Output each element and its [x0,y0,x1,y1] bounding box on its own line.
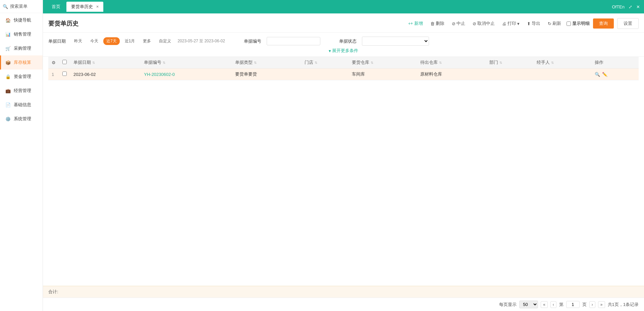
last-page-button[interactable]: » [598,301,605,308]
table-body: 1 2023-06-02 YH-20230602-0 要货单要货 车间库 原材料… [48,69,639,80]
sidebar-item-label: 销售管理 [14,31,31,37]
sort-icon-store[interactable]: ⇅ [315,61,317,64]
prev-page-button[interactable]: ‹ [550,301,556,308]
sort-icon-pending-warehouse[interactable]: ⇅ [439,61,442,64]
col-department: 部门⇅ [486,57,533,69]
tab-order-history[interactable]: 要货单历史 × [66,2,103,12]
close-window-icon[interactable]: ✕ [636,4,640,9]
doc-no-input[interactable] [267,37,320,45]
settings-button[interactable]: 设置 [617,18,639,29]
cell-num: 1 [48,69,59,80]
main-area: 首页 要货单历史 × OfTEn ⤢ ✕ 要货单历史 ＋ + 新增 🗑 删除 [43,0,644,311]
cell-doc-type: 要货单要货 [232,69,301,80]
date-btn-yesterday[interactable]: 昨天 [71,37,85,45]
cell-req-warehouse: 车间库 [348,69,417,80]
delete-icon: 🗑 [430,21,435,26]
delete-button[interactable]: 🗑 删除 [428,19,446,28]
date-btn-more[interactable]: 更多 [140,37,154,45]
cell-department [486,69,533,80]
sidebar: 🔍 搜索菜单 🏠 快捷导航 📊 销售管理 🛒 采购管理 📦 库存核算 🔒 资金管… [0,0,43,311]
sort-icon-doc-no[interactable]: ⇅ [163,61,165,64]
cart-icon: 🛒 [5,45,11,51]
doc-date-label: 单据日期 [48,38,66,44]
date-btn-today[interactable]: 今天 [87,37,101,45]
total-label: 合计: [48,289,58,294]
sidebar-item-label: 快捷导航 [14,17,31,23]
table-header-row: ⚙ 单据日期⇅ 单据编号⇅ 单据类型⇅ 门店⇅ 要货仓库⇅ 待出仓库⇅ 部门⇅ … [48,57,639,69]
maximize-icon[interactable]: ⤢ [629,4,632,9]
action-edit-icon[interactable]: ✏️ [602,72,607,77]
total-info: 共1页，1条记录 [608,302,639,308]
filter-row-1: 单据日期 昨天 今天 近7天 近1月 更多 自定义 2023-05-27 至 2… [48,37,639,46]
sidebar-item-system[interactable]: ⚙️ 系统管理 [0,112,43,126]
select-all-checkbox[interactable] [62,60,67,64]
date-btn-last1month[interactable]: 近1月 [122,37,138,45]
col-handler: 经手人⇅ [533,57,591,69]
col-store: 门店⇅ [301,57,348,69]
col-checkbox[interactable] [59,57,70,69]
search-icon: 🔍 [3,4,8,9]
doc-no-label: 单据编号 [244,38,261,44]
sort-icon-department[interactable]: ⇅ [499,61,502,64]
status-select[interactable] [362,37,429,46]
col-req-warehouse: 要货仓库⇅ [348,57,417,69]
sidebar-item-basic[interactable]: 📄 基础信息 [0,98,43,112]
cell-doc-no: YH-20230602-0 [141,69,232,80]
lock-icon: 🔒 [5,74,11,80]
col-pending-warehouse: 待出仓库⇅ [417,57,486,69]
toolbar: ＋ + 新增 🗑 删除 ⊘ 中止 ⊘ 取消中止 🖨 打印 [405,18,639,29]
sort-icon-doc-type[interactable]: ⇅ [254,61,257,64]
next-page-button[interactable]: › [589,301,595,308]
new-button[interactable]: ＋ + 新增 [405,19,425,28]
sidebar-item-finance[interactable]: 🔒 资金管理 [0,70,43,84]
doc-no-link[interactable]: YH-20230602-0 [144,72,175,77]
stop-icon: ⊘ [452,21,455,26]
col-settings[interactable]: ⚙ [48,57,59,69]
sidebar-item-sales[interactable]: 📊 销售管理 [0,27,43,41]
display-detail-checkbox-label[interactable]: 显示明细 [567,20,590,27]
status-label: 单据状态 [339,38,357,44]
sidebar-item-quick-nav[interactable]: 🏠 快捷导航 [0,13,43,27]
sidebar-item-label: 采购管理 [14,45,31,51]
tab-close-icon[interactable]: × [96,4,99,9]
topbar: 首页 要货单历史 × OfTEn ⤢ ✕ [43,0,644,13]
refresh-button[interactable]: ↻ 刷新 [546,19,563,28]
sidebar-item-label: 资金管理 [14,74,31,80]
page-suffix: 页 [582,302,587,308]
sidebar-search[interactable]: 🔍 搜索菜单 [0,0,43,13]
export-button[interactable]: ⬆ 导出 [525,19,542,28]
sidebar-item-label: 系统管理 [14,116,31,122]
print-button[interactable]: 🖨 打印 ▾ [500,19,522,28]
data-table: ⚙ 单据日期⇅ 单据编号⇅ 单据类型⇅ 门店⇅ 要货仓库⇅ 待出仓库⇅ 部门⇅ … [48,57,639,80]
topbar-right: OfTEn ⤢ ✕ [612,4,640,9]
sidebar-item-label: 经营管理 [14,88,31,94]
box-icon: 📦 [5,59,11,65]
cell-checkbox[interactable] [59,69,70,80]
first-page-button[interactable]: « [541,301,548,308]
action-view-icon[interactable]: 🔍 [595,72,600,77]
sort-icon-req-warehouse[interactable]: ⇅ [371,61,373,64]
tab-home[interactable]: 首页 [47,2,65,12]
expand-conditions-button[interactable]: ▾ 展开更多条件 [329,48,358,54]
table-row[interactable]: 1 2023-06-02 YH-20230602-0 要货单要货 车间库 原材料… [48,69,639,80]
page-number-input[interactable] [566,301,580,308]
pagination: 每页显示 50 20 100 « ‹ 第 页 › » 共1页，1条记录 [43,298,644,311]
sidebar-item-purchase[interactable]: 🛒 采购管理 [0,41,43,55]
query-button[interactable]: 查询 [593,18,614,29]
home-icon: 🏠 [5,17,11,23]
print-dropdown-icon: ▾ [517,21,520,26]
sidebar-item-operation[interactable]: 💼 经营管理 [0,84,43,98]
sort-icon-handler[interactable]: ⇅ [551,61,554,64]
col-doc-type: 单据类型⇅ [232,57,301,69]
date-btn-custom[interactable]: 自定义 [156,37,174,45]
col-action: 操作 [591,57,639,69]
cell-doc-date: 2023-06-02 [70,69,141,80]
per-page-select[interactable]: 50 20 100 [519,301,538,308]
stop-button[interactable]: ⊘ 中止 [450,19,467,28]
cancel-stop-button[interactable]: ⊘ 取消中止 [471,19,497,28]
sidebar-item-inventory[interactable]: 📦 库存核算 [0,55,43,70]
date-btn-last7days[interactable]: 近7天 [103,37,120,45]
sort-icon-doc-date[interactable]: ⇅ [92,61,95,64]
display-detail-checkbox[interactable] [567,21,571,26]
col-doc-date: 单据日期⇅ [70,57,141,69]
